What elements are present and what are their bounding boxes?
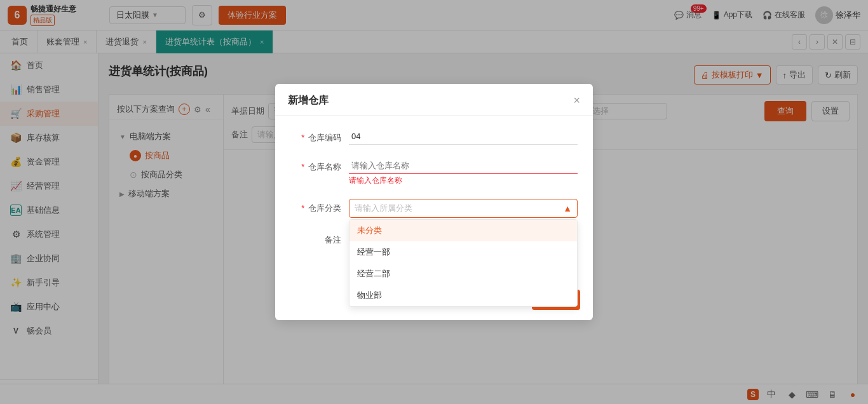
name-error-message: 请输入仓库名称 [349, 175, 578, 186]
category-select[interactable]: 请输入所属分类 ▲ [349, 199, 578, 218]
code-input[interactable] [349, 128, 578, 145]
modal-header: 新增仓库 × [275, 84, 593, 116]
modal-overlay: 新增仓库 × * 仓库编码 * 仓库名称 [0, 0, 868, 404]
modal-title: 新增仓库 [288, 94, 329, 107]
dropdown-item-ops1[interactable]: 经营一部 [349, 241, 577, 263]
note-form-label: 备注 [290, 231, 341, 246]
code-label: * 仓库编码 [290, 128, 341, 144]
form-row-category: * 仓库分类 请输入所属分类 ▲ 未分类 经营一部 经营二部 物业部 [290, 199, 578, 218]
modal-close-button[interactable]: × [573, 94, 580, 107]
category-arrow-icon: ▲ [563, 203, 572, 213]
name-field-wrap: 请输入仓库名称 [349, 158, 578, 186]
category-label: * 仓库分类 [290, 199, 341, 214]
form-row-name: * 仓库名称 请输入仓库名称 [290, 158, 578, 186]
form-row-code: * 仓库编码 [290, 128, 578, 145]
dropdown-item-ops2[interactable]: 经营二部 [349, 263, 577, 285]
category-field-wrap: 请输入所属分类 ▲ 未分类 经营一部 经营二部 物业部 [349, 199, 578, 218]
required-star-name: * [301, 162, 304, 172]
name-input[interactable] [349, 158, 578, 174]
modal-body: * 仓库编码 * 仓库名称 请输入仓库名称 [275, 116, 593, 282]
category-dropdown: 未分类 经营一部 经营二部 物业部 [349, 219, 578, 307]
dropdown-item-unclassified[interactable]: 未分类 [349, 220, 577, 241]
required-star-category: * [301, 203, 304, 213]
name-label: * 仓库名称 [290, 158, 341, 173]
category-placeholder: 请输入所属分类 [355, 203, 412, 214]
modal-add-warehouse: 新增仓库 × * 仓库编码 * 仓库名称 [275, 84, 593, 320]
dropdown-item-property[interactable]: 物业部 [349, 285, 577, 306]
code-field-wrap [349, 128, 578, 145]
required-star-code: * [301, 133, 304, 142]
